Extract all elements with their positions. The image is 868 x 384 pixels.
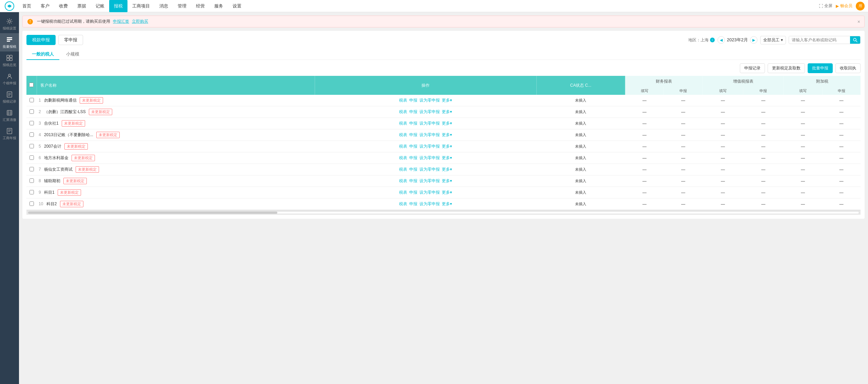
- row-checkbox-1[interactable]: [29, 109, 34, 114]
- row-checkbox-7[interactable]: [29, 178, 34, 183]
- op-link-设为零申报[interactable]: 设为零申报: [419, 155, 440, 160]
- row-checkbox-5[interactable]: [29, 155, 34, 160]
- op-link-more[interactable]: 更多▾: [442, 167, 452, 172]
- sidebar-item-personal-tax[interactable]: 个税申报: [0, 70, 19, 88]
- nav-message[interactable]: 消息: [155, 0, 173, 12]
- nav-tax[interactable]: 报税: [109, 0, 127, 12]
- submit-record-button[interactable]: 申报记录: [740, 63, 765, 73]
- tab-zero-declaration[interactable]: 零申报: [58, 35, 83, 45]
- client-search-input[interactable]: [789, 36, 850, 44]
- op-link-more[interactable]: 更多▾: [442, 144, 452, 149]
- nav-biz-project[interactable]: 工商项目: [127, 0, 155, 12]
- staff-filter-select[interactable]: 全部员工 ▾: [760, 36, 786, 44]
- nav-manage[interactable]: 管理: [173, 0, 191, 12]
- op-link-税表[interactable]: 税表: [399, 144, 407, 149]
- row-fin-submit: —: [664, 175, 703, 187]
- banner-close[interactable]: ×: [857, 19, 860, 24]
- op-link-税表[interactable]: 税表: [399, 201, 407, 206]
- op-link-税表[interactable]: 税表: [399, 121, 407, 126]
- row-checkbox-2[interactable]: [29, 121, 34, 125]
- tab-small-scale[interactable]: 小规模: [61, 49, 85, 60]
- op-link-设为零申报[interactable]: 设为零申报: [419, 144, 440, 149]
- op-link-设为零申报[interactable]: 设为零申报: [419, 178, 440, 183]
- sidebar-item-tax-records[interactable]: 报税记录: [0, 88, 19, 106]
- op-link-税表[interactable]: 税表: [399, 132, 407, 137]
- row-checkbox-cell: [26, 129, 37, 141]
- op-link-申报[interactable]: 申报: [409, 109, 417, 114]
- period-prev-button[interactable]: ◀: [717, 36, 725, 44]
- op-link-申报[interactable]: 申报: [409, 178, 417, 183]
- op-link-设为零申报[interactable]: 设为零申报: [419, 121, 440, 126]
- row-checkbox-4[interactable]: [29, 144, 34, 148]
- member-button[interactable]: ▶ 畅会员: [836, 3, 852, 9]
- op-link-more[interactable]: 更多▾: [442, 178, 452, 183]
- op-link-more[interactable]: 更多▾: [442, 201, 452, 206]
- sidebar-item-tax-settings[interactable]: 报税设置: [0, 15, 19, 33]
- row-checkbox-9[interactable]: [29, 201, 34, 206]
- scroll-thumb[interactable]: [28, 212, 277, 214]
- nav-service[interactable]: 服务: [210, 0, 228, 12]
- batch-icon: [6, 36, 13, 43]
- nav-accounting[interactable]: 记账: [91, 0, 109, 12]
- nav-client[interactable]: 客户: [36, 0, 54, 12]
- row-checkbox-8[interactable]: [29, 190, 34, 194]
- period-next-button[interactable]: ▶: [750, 36, 757, 44]
- op-link-税表[interactable]: 税表: [399, 155, 407, 160]
- sidebar-item-overview[interactable]: 报税总览: [0, 51, 19, 70]
- op-link-税表[interactable]: 税表: [399, 190, 407, 195]
- nav-invoice[interactable]: 票据: [73, 0, 91, 12]
- period-text: 2023年2月: [727, 37, 748, 43]
- search-button[interactable]: [850, 36, 860, 44]
- op-link-more[interactable]: 更多▾: [442, 98, 452, 103]
- op-link-申报[interactable]: 申报: [409, 132, 417, 137]
- op-link-税表[interactable]: 税表: [399, 109, 407, 114]
- sidebar-item-batch-tax[interactable]: 批量报税: [0, 33, 19, 51]
- op-link-设为零申报[interactable]: 设为零申报: [419, 98, 440, 103]
- op-link-more[interactable]: 更多▾: [442, 190, 452, 195]
- sidebar-item-calc-clear[interactable]: 汇算清缴: [0, 106, 19, 125]
- clients-table: 客户名称 操作 CA状态 C... 财务报表 增值税报表 附加税 填写 申报 填…: [26, 76, 861, 210]
- svg-point-9: [8, 74, 11, 76]
- op-link-设为零申报[interactable]: 设为零申报: [419, 190, 440, 195]
- op-link-申报[interactable]: 申报: [409, 121, 417, 126]
- tab-general-taxpayer[interactable]: 一般的税人: [26, 49, 59, 60]
- op-link-设为零申报[interactable]: 设为零申报: [419, 132, 440, 137]
- horizontal-scrollbar[interactable]: [26, 210, 861, 215]
- op-link-申报[interactable]: 申报: [409, 144, 417, 149]
- region-info-icon[interactable]: i: [710, 38, 715, 42]
- op-link-申报[interactable]: 申报: [409, 98, 417, 103]
- op-link-税表[interactable]: 税表: [399, 167, 407, 172]
- sidebar-item-biz-report[interactable]: 工商年报: [0, 125, 19, 143]
- op-link-申报[interactable]: 申报: [409, 190, 417, 195]
- tab-tax-declaration[interactable]: 税款申报: [26, 35, 56, 45]
- op-link-more[interactable]: 更多▾: [442, 155, 452, 160]
- op-link-设为零申报[interactable]: 设为零申报: [419, 201, 440, 206]
- row-checkbox-6[interactable]: [29, 167, 34, 171]
- row-ca-status: 未插入: [536, 129, 625, 141]
- nav-settings[interactable]: 设置: [228, 0, 246, 12]
- svg-point-1: [8, 20, 11, 22]
- select-all-checkbox[interactable]: [29, 83, 34, 87]
- banner-link-buy[interactable]: 立即购买: [132, 19, 148, 24]
- nav-home[interactable]: 首页: [18, 0, 36, 12]
- fullscreen-button[interactable]: ⛶ 全屏: [819, 3, 832, 9]
- row-checkbox-0[interactable]: [29, 98, 34, 102]
- nav-operation[interactable]: 经营: [191, 0, 210, 12]
- banner-link-report[interactable]: 申报汇签: [113, 19, 129, 24]
- op-link-设为零申报[interactable]: 设为零申报: [419, 167, 440, 172]
- op-link-申报[interactable]: 申报: [409, 155, 417, 160]
- op-link-税表[interactable]: 税表: [399, 98, 407, 103]
- op-link-申报[interactable]: 申报: [409, 167, 417, 172]
- records-icon: [6, 91, 13, 98]
- op-link-申报[interactable]: 申报: [409, 201, 417, 206]
- op-link-more[interactable]: 更多▾: [442, 109, 452, 114]
- nav-billing[interactable]: 收费: [54, 0, 73, 12]
- retrieve-button[interactable]: 收取回执: [835, 63, 861, 73]
- row-checkbox-3[interactable]: [29, 132, 34, 137]
- batch-submit-button[interactable]: 批量申报: [808, 63, 833, 73]
- op-link-税表[interactable]: 税表: [399, 178, 407, 183]
- op-link-more[interactable]: 更多▾: [442, 121, 452, 126]
- update-tax-button[interactable]: 更新税定及取数: [768, 63, 805, 73]
- op-link-more[interactable]: 更多▾: [442, 132, 452, 137]
- op-link-设为零申报[interactable]: 设为零申报: [419, 109, 440, 114]
